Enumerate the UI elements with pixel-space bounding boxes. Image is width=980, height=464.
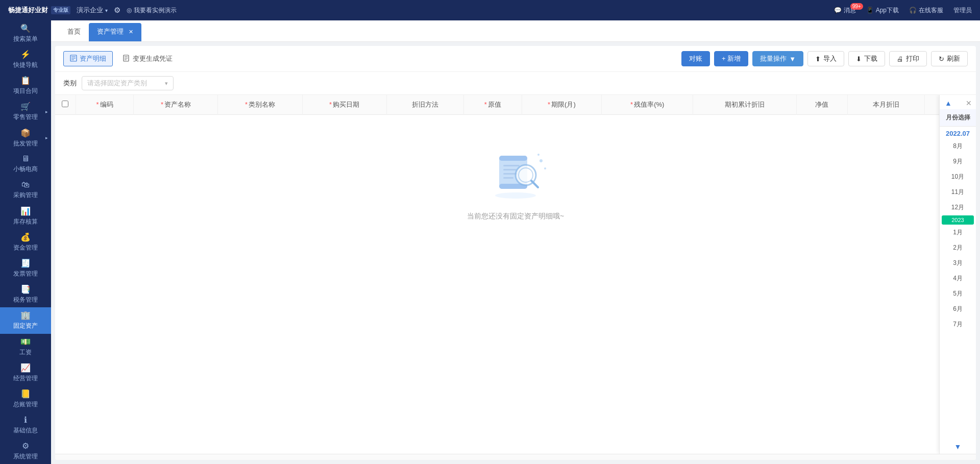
sub-tab-bar: 资产明细 变更生成凭证 对 xyxy=(55,46,976,72)
empty-message: 当前您还没有固定资产明细哦~ xyxy=(467,212,564,221)
sidebar-item-invoice[interactable]: 🧾 发票管理 xyxy=(0,255,51,281)
add-button[interactable]: + 新增 xyxy=(714,51,748,66)
month-panel-header: 月份选择 xyxy=(940,109,976,127)
demo-button[interactable]: ◎ 我要看实例演示 xyxy=(127,6,177,15)
tab-close-icon[interactable]: ✕ xyxy=(129,29,133,35)
tax-icon: 📑 xyxy=(20,284,31,294)
search-icon: 🔍 xyxy=(20,23,31,33)
message-button[interactable]: 💬 消息 99+ xyxy=(834,6,856,15)
th-category: *类别名称 xyxy=(218,95,302,115)
category-select[interactable]: 请选择固定资产类别 ▾ xyxy=(82,76,174,90)
app-download-label: App下载 xyxy=(876,6,899,15)
th-net-value: 净值 xyxy=(796,95,847,115)
username-label: 管理员 xyxy=(953,7,972,14)
main-layout: 🔍 搜索菜单 ⚡ 快捷导航 📋 项目合同 🛒 零售管理 ▸ 📦 批发管理 ▸ 🖥… xyxy=(0,20,980,464)
month-item-2022-11[interactable]: 11月 xyxy=(942,185,974,200)
select-all-checkbox[interactable] xyxy=(62,101,68,107)
salary-icon: 💵 xyxy=(20,337,31,347)
sidebar-item-salary[interactable]: 💵 工资 xyxy=(0,334,51,360)
month-list[interactable]: 8月 9月 10月 11月 12月 2023 1月 2月 3月 4月 5月 6月… xyxy=(940,138,976,439)
th-original-value: *原值 xyxy=(463,95,522,115)
sidebar-item-operations[interactable]: 📈 经营管理 xyxy=(0,360,51,386)
month-item-2023-04[interactable]: 4月 xyxy=(942,271,974,286)
arrow-icon-2: ▸ xyxy=(45,135,48,140)
th-code: *编码 xyxy=(76,95,134,115)
user-profile[interactable]: 管理员 xyxy=(953,6,972,15)
sidebar-item-basic[interactable]: ℹ 基础信息 xyxy=(0,412,51,438)
table-header-row: *编码 *资产名称 *类别名称 *购买日期 折旧方法 *原值 *期限(月) *残… xyxy=(55,95,976,115)
month-item-2022-08[interactable]: 8月 xyxy=(942,139,974,154)
sub-tab-change-voucher-label: 变更生成凭证 xyxy=(133,54,173,63)
sidebar-label-purchase: 采购管理 xyxy=(13,191,38,200)
sub-tab-asset-detail-label: 资产明细 xyxy=(80,54,106,63)
empty-illustration xyxy=(485,145,546,202)
month-panel-close-button[interactable]: ✕ xyxy=(964,97,974,109)
tab-home[interactable]: 首页 xyxy=(59,23,89,41)
chevron-down-icon: ▾ xyxy=(105,8,108,13)
batch-operation-button[interactable]: 批量操作 ▼ xyxy=(752,51,803,66)
sidebar-item-purchase[interactable]: 🛍 采购管理 xyxy=(0,177,51,203)
change-voucher-icon xyxy=(123,55,130,63)
content-area: 首页 资产管理 ✕ xyxy=(51,20,980,464)
settings-icon[interactable]: ⚙ xyxy=(114,6,120,15)
svg-point-20 xyxy=(544,167,546,169)
company-selector[interactable]: 演示企业 ▾ xyxy=(77,6,108,15)
month-item-2023-07[interactable]: 7月 xyxy=(942,317,974,332)
filter-category-label: 类别 xyxy=(63,79,77,88)
tab-asset-label: 资产管理 xyxy=(97,28,124,35)
sidebar-item-wholesale[interactable]: 📦 批发管理 ▸ xyxy=(0,125,51,151)
month-item-2023-03[interactable]: 3月 xyxy=(942,256,974,271)
month-panel-down-button[interactable]: ▼ xyxy=(951,442,965,452)
download-button[interactable]: ⬇ 下载 xyxy=(848,51,885,66)
tab-home-label: 首页 xyxy=(67,28,81,35)
sidebar-item-retail[interactable]: 🛒 零售管理 ▸ xyxy=(0,99,51,125)
app-download-button[interactable]: 📱 App下载 xyxy=(866,6,899,15)
assets-icon: 🏢 xyxy=(20,310,31,320)
bottom-scrollbar[interactable] xyxy=(55,454,976,460)
sidebar-item-inventory[interactable]: 📊 库存核算 xyxy=(0,203,51,229)
sidebar-item-finance[interactable]: 💰 资金管理 xyxy=(0,229,51,255)
svg-rect-12 xyxy=(503,165,520,166)
month-item-2022-09[interactable]: 9月 xyxy=(942,154,974,169)
month-item-2022-10[interactable]: 10月 xyxy=(942,169,974,184)
purchase-icon: 🛍 xyxy=(21,180,30,189)
import-button[interactable]: ⬆ 导入 xyxy=(807,51,844,66)
sidebar-item-assets[interactable]: 🏢 固定资产 xyxy=(0,307,51,333)
sidebar-item-search[interactable]: 🔍 搜索菜单 xyxy=(0,20,51,46)
sidebar-item-accounting[interactable]: 📒 总账管理 xyxy=(0,386,51,412)
month-item-2023-01[interactable]: 1月 xyxy=(942,225,974,240)
month-item-2023-02[interactable]: 2月 xyxy=(942,240,974,255)
svg-point-8 xyxy=(495,192,536,199)
th-name: *资产名称 xyxy=(134,95,218,115)
sidebar-item-quicknav[interactable]: ⚡ 快捷导航 xyxy=(0,46,51,72)
print-button[interactable]: 🖨 打印 xyxy=(889,51,927,66)
top-bar: 畅捷通好业财 专业版 演示企业 ▾ ⚙ ◎ 我要看实例演示 💬 消息 99+ 📱… xyxy=(0,0,980,20)
sidebar-item-tax[interactable]: 📑 税务管理 xyxy=(0,281,51,307)
th-accumulated: 期初累计折旧 xyxy=(693,95,796,115)
sub-tab-change-voucher[interactable]: 变更生成凭证 xyxy=(117,52,179,66)
sub-tab-asset-detail[interactable]: 资产明细 xyxy=(63,51,113,66)
tab-asset-management[interactable]: 资产管理 ✕ xyxy=(89,23,141,41)
sidebar-item-system[interactable]: ⚙ 系统管理 xyxy=(0,438,51,464)
month-panel-up-button[interactable]: ▲ xyxy=(942,98,955,108)
operations-icon: 📈 xyxy=(20,363,31,373)
sidebar-item-ecommerce[interactable]: 🖥 小畅电商 xyxy=(0,151,51,177)
invoice-icon: 🧾 xyxy=(20,258,31,268)
sidebar-label-operations: 经营管理 xyxy=(13,374,38,383)
sidebar-label-finance: 资金管理 xyxy=(13,243,38,252)
system-icon: ⚙ xyxy=(22,441,29,451)
filter-row: 类别 请选择固定资产类别 ▾ xyxy=(55,72,976,95)
countercheck-button[interactable]: 对账 xyxy=(681,51,710,66)
sidebar-label-salary: 工资 xyxy=(19,348,32,357)
sidebar-label-ecommerce: 小畅电商 xyxy=(13,165,38,174)
logo: 畅捷通好业财 专业版 xyxy=(8,6,70,15)
month-item-2023-06[interactable]: 6月 xyxy=(942,302,974,316)
demo-icon: ◎ xyxy=(127,7,132,14)
month-item-2023-05[interactable]: 5月 xyxy=(942,286,974,301)
headset-icon: 🎧 xyxy=(909,7,917,14)
month-item-2022-12[interactable]: 12月 xyxy=(942,200,974,215)
refresh-button[interactable]: ↻ 刷新 xyxy=(931,51,968,66)
online-service-button[interactable]: 🎧 在线客服 xyxy=(909,6,943,15)
sidebar-item-contract[interactable]: 📋 项目合同 xyxy=(0,72,51,99)
th-residual-rate: *残值率(%) xyxy=(602,95,693,115)
